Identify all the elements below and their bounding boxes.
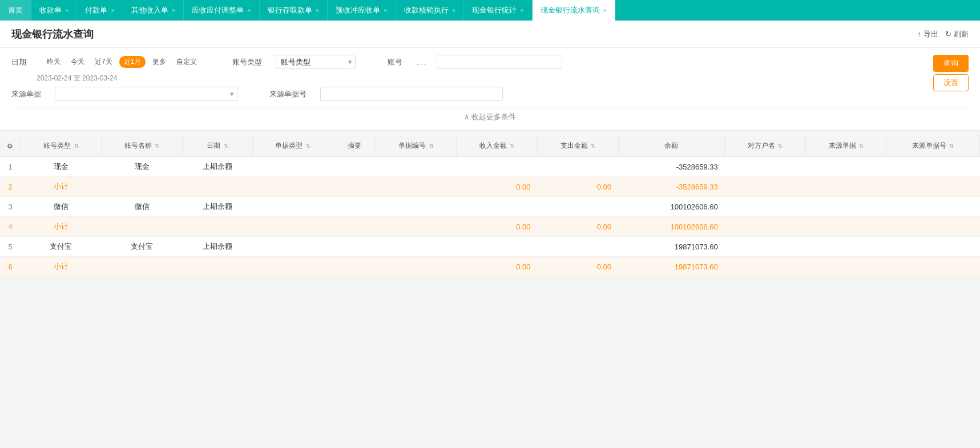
col-date[interactable]: 日期 ⇅ xyxy=(182,135,252,157)
col-doc-no[interactable]: 单据编号 ⇅ xyxy=(376,135,457,157)
query-button[interactable]: 查询 xyxy=(933,55,969,72)
col-source-doc[interactable]: 来源单据 ⇅ xyxy=(805,135,886,157)
nav-payment[interactable]: 付款单 × xyxy=(77,0,123,21)
close-icon[interactable]: × xyxy=(316,7,319,14)
export-button[interactable]: ↑ 导出 xyxy=(918,29,939,39)
table-row: 4小计0.000.00100102606.60 xyxy=(0,217,980,237)
cell-doc-no xyxy=(376,197,457,217)
cell-doc-type xyxy=(252,157,333,177)
nav-statistics[interactable]: 现金银行统计 × xyxy=(464,0,532,21)
nav-receipt[interactable]: 收款单 × xyxy=(31,0,77,21)
cell-income: 0.00 xyxy=(457,257,538,277)
cell-account-name: 微信 xyxy=(102,197,183,217)
col-income[interactable]: 收入金额 ⇅ xyxy=(457,135,538,157)
cell-summary xyxy=(333,157,376,177)
cell-counterpart xyxy=(725,197,806,217)
nav-adjustment[interactable]: 应收应付调整单 × xyxy=(184,0,259,21)
source-doc-select[interactable] xyxy=(55,87,237,101)
date-option-today[interactable]: 今天 xyxy=(67,56,88,68)
cell-expense: 0.00 xyxy=(537,217,618,237)
cell-source-doc-no xyxy=(886,157,979,177)
nav-flow-query[interactable]: 现金银行流水查询 × xyxy=(533,0,615,21)
page-title: 现金银行流水查询 xyxy=(11,27,94,41)
date-option-1month[interactable]: 近1月 xyxy=(119,56,146,68)
cell-counterpart xyxy=(725,217,806,237)
cell-account-type: 支付宝 xyxy=(21,237,102,257)
cell-account-name xyxy=(102,177,183,197)
table-row: 1现金现金上期余额-3528659.33 xyxy=(0,157,980,177)
cell-source-doc-no xyxy=(886,237,979,257)
close-icon[interactable]: × xyxy=(520,7,523,14)
close-icon[interactable]: × xyxy=(172,7,175,14)
cell-income xyxy=(457,157,538,177)
col-summary: 摘要 xyxy=(333,135,376,157)
gear-th[interactable]: ⚙ xyxy=(0,135,21,157)
close-icon[interactable]: × xyxy=(65,7,68,14)
cell-account-name xyxy=(102,217,183,237)
date-option-yesterday[interactable]: 昨天 xyxy=(43,56,64,68)
cell-source-doc-no xyxy=(886,197,979,217)
cell-doc-no xyxy=(376,177,457,197)
settings-button[interactable]: 设置 xyxy=(933,74,969,91)
cell-balance: -3528659.33 xyxy=(618,157,725,177)
cell-account-type: 微信 xyxy=(21,197,102,217)
cell-summary xyxy=(333,177,376,197)
source-doc-no-input[interactable] xyxy=(320,87,503,101)
close-icon[interactable]: × xyxy=(603,7,607,14)
cell-balance: -3528659.33 xyxy=(618,177,725,197)
cell-doc-type xyxy=(252,257,333,277)
close-icon[interactable]: × xyxy=(111,7,114,14)
collapse-bar[interactable]: ∧ 收起更多条件 xyxy=(11,108,969,126)
col-account-name[interactable]: 账号名称 ⇅ xyxy=(102,135,183,157)
cell-source-doc xyxy=(805,157,886,177)
date-option-more[interactable]: 更多 xyxy=(149,56,170,68)
col-source-doc-no[interactable]: 来源单据号 ⇅ xyxy=(886,135,979,157)
cell-counterpart xyxy=(725,177,806,197)
col-doc-type[interactable]: 单据类型 ⇅ xyxy=(252,135,333,157)
nav-prepayment[interactable]: 预收冲应收单 × xyxy=(328,0,396,21)
cell-doc-no xyxy=(376,237,457,257)
top-navigation: 首页 收款单 × 付款单 × 其他收入单 × 应收应付调整单 × 银行存取款单 … xyxy=(0,0,980,21)
cell-account-name xyxy=(102,257,183,277)
date-options: 昨天 今天 近7天 近1月 更多 自定义 xyxy=(43,56,200,68)
cell-counterpart xyxy=(725,257,806,277)
nav-home[interactable]: 首页 xyxy=(0,0,31,21)
cell-source-doc xyxy=(805,257,886,277)
cell-account-name: 现金 xyxy=(102,157,183,177)
date-label: 日期 xyxy=(11,57,34,67)
close-icon[interactable]: × xyxy=(247,7,251,14)
col-expense[interactable]: 支出金额 ⇅ xyxy=(537,135,618,157)
cell-income: 0.00 xyxy=(457,217,538,237)
cell-summary xyxy=(333,257,376,277)
cell-account-type: 小计 xyxy=(21,257,102,277)
cell-source-doc xyxy=(805,217,886,237)
close-icon[interactable]: × xyxy=(452,7,455,14)
nav-verify[interactable]: 收款核销执行 × xyxy=(396,0,464,21)
date-option-7days[interactable]: 近7天 xyxy=(91,56,116,68)
refresh-button[interactable]: ↻ 刷新 xyxy=(945,29,969,39)
row-number: 4 xyxy=(0,217,21,237)
nav-other-income[interactable]: 其他收入单 × xyxy=(123,0,184,21)
row-number: 3 xyxy=(0,197,21,217)
account-ellipsis[interactable]: ... xyxy=(416,57,427,67)
table-row: 5支付宝支付宝上期余额19871073.60 xyxy=(0,237,980,257)
account-type-select[interactable]: 账号类型 现金 微信 支付宝 xyxy=(276,55,356,69)
cell-balance: 19871073.60 xyxy=(618,257,725,277)
cell-date xyxy=(182,257,252,277)
account-input[interactable] xyxy=(437,55,562,69)
date-option-custom[interactable]: 自定义 xyxy=(173,56,200,68)
close-icon[interactable]: × xyxy=(384,7,387,14)
page-header: 现金银行流水查询 ↑ 导出 ↻ 刷新 xyxy=(0,21,980,48)
col-account-type[interactable]: 账号类型 ⇅ xyxy=(21,135,102,157)
account-label: 账号 xyxy=(388,57,402,67)
export-icon: ↑ xyxy=(918,30,922,38)
collapse-up-icon: ∧ xyxy=(464,112,470,121)
cell-date: 上期余额 xyxy=(182,237,252,257)
nav-bank-deposit[interactable]: 银行存取款单 × xyxy=(260,0,328,21)
data-table: ⚙ 账号类型 ⇅ 账号名称 ⇅ 日期 ⇅ 单据类型 ⇅ 摘要 单据编号 ⇅ 收入… xyxy=(0,135,980,277)
account-type-label: 账号类型 xyxy=(232,57,262,67)
cell-balance: 100102606.60 xyxy=(618,197,725,217)
col-counterpart[interactable]: 对方户名 ⇅ xyxy=(725,135,806,157)
cell-source-doc xyxy=(805,237,886,257)
filter-area: 日期 昨天 今天 近7天 近1月 更多 自定义 账号类型 账号类型 现金 微信 … xyxy=(0,48,980,131)
